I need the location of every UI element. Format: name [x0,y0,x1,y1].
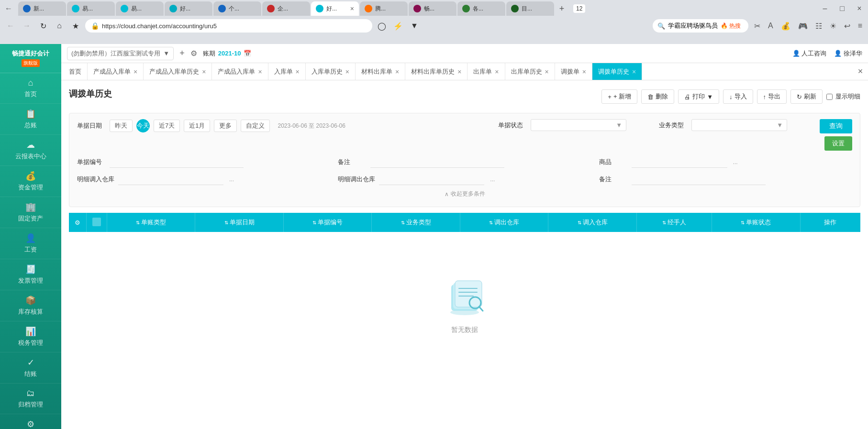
warehouse-in-input[interactable] [118,174,223,185]
address-input[interactable]: 🔒 https://cloud.chanjet.com/accounting/u… [85,19,372,33]
close-panel-btn[interactable]: × [853,64,868,79]
sidebar-item-funds[interactable]: 💰 资金管理 [0,166,61,197]
display-toggle[interactable]: 显示明细 [826,92,860,101]
back-btn[interactable]: ← [4,19,17,33]
tab-t3[interactable]: 易... [116,1,164,16]
warehouse-out-input[interactable] [379,174,484,185]
col-type[interactable]: ⇅ 单账类型 [107,213,195,232]
date-yesterday-btn[interactable]: 昨天 [110,120,133,132]
table-checkbox-header[interactable] [87,213,107,232]
app-tab-out-order-close[interactable]: × [495,68,499,76]
app-tab-product-in-hist-close[interactable]: × [202,68,206,76]
app-tab-product-in2[interactable]: 产成品入库单 × [212,63,268,80]
home-btn[interactable]: ⌂ [53,19,66,33]
app-tab-out-hist-close[interactable]: × [545,68,549,76]
grid-icon[interactable]: ☷ [813,20,824,33]
header-checkbox[interactable] [92,218,101,226]
sidebar-item-reports[interactable]: ☁ 云报表中心 [0,135,61,166]
app-tab-product-in2-close[interactable]: × [258,68,262,76]
game-icon[interactable]: 🎮 [796,20,810,33]
col-handler[interactable]: ⇅ 经手人 [636,213,712,232]
reload-btn[interactable]: ↻ [36,19,50,33]
tab-t9[interactable]: 畅... [409,1,456,16]
settings-company-btn[interactable]: ⚙ [190,49,197,58]
warehouse-out-more-btn[interactable]: ... [490,176,495,183]
user-service-btn[interactable]: 👤 人工咨询 [792,49,827,58]
add-company-btn[interactable]: + [179,48,185,58]
import-btn[interactable]: ↓ 导入 [723,89,753,104]
tab-t10[interactable]: 各... [457,1,505,16]
minimize-btn[interactable]: – [818,2,832,15]
date-today-btn[interactable]: 今天 [136,119,150,132]
close-browser-btn[interactable]: × [853,2,866,15]
col-biztype[interactable]: ⇅ 业务类型 [372,213,460,232]
bookmark-btn[interactable]: ★ [69,19,82,33]
app-tab-stock-in[interactable]: 入库单 × [268,63,306,80]
refresh-btn[interactable]: ↻ 刷新 [790,89,823,104]
lightning-icon[interactable]: ⚡ [391,19,405,33]
app-tab-material-out[interactable]: 材料出库单 × [356,63,405,80]
app-tab-out-order[interactable]: 出库单 × [467,63,505,80]
delete-btn[interactable]: 🗑 删除 [641,89,674,104]
translate-icon[interactable]: A [766,20,775,32]
forward-btn[interactable]: → [20,19,33,33]
app-tab-stock-in-close[interactable]: × [296,68,300,76]
wallet-icon[interactable]: 💰 [779,20,792,33]
tab-t2[interactable]: 易... [67,1,115,16]
tab-t11[interactable]: 目... [506,1,554,16]
app-tab-home[interactable]: 首页 [63,63,88,80]
tab-t6[interactable]: 企... [262,1,310,16]
settings-icon[interactable]: ◯ [375,19,389,33]
tab-t7[interactable]: 好... × [311,1,359,16]
goods-input[interactable] [632,156,727,168]
new-btn[interactable]: + + 新增 [601,89,637,104]
date-more-btn[interactable]: 更多 [214,120,237,132]
sidebar-item-inventory[interactable]: 📦 库存核算 [0,290,61,321]
app-tab-product-in[interactable]: 产成品入库单 × [88,63,144,80]
date-7days-btn[interactable]: 近7天 [154,120,180,132]
sidebar-item-home[interactable]: ⌂ 首页 [0,73,61,104]
date-1month-btn[interactable]: 近1月 [184,120,210,132]
sidebar-item-ledger[interactable]: 📋 总账 [0,104,61,135]
app-tab-material-out-hist[interactable]: 材料出库单历史 × [405,63,467,80]
remark-input[interactable] [370,156,504,168]
undo-icon[interactable]: ↩ [842,20,852,33]
docno-input[interactable] [110,156,244,168]
sidebar-item-tax[interactable]: 📊 税务管理 [0,321,61,352]
biztype-select[interactable]: ▼ [691,119,787,131]
filter-settings-btn[interactable]: 设置 [824,136,852,151]
app-tab-material-out-hist-close[interactable]: × [457,68,461,76]
col-out-warehouse[interactable]: ⇅ 调出仓库 [460,213,548,232]
status-select[interactable]: ▼ [531,119,626,131]
app-tab-transfer-hist-close[interactable]: × [632,68,636,76]
calendar-icon[interactable]: 📅 [244,50,251,57]
maximize-btn[interactable]: □ [835,2,849,15]
search-box[interactable]: 🔍 学霸应聘场驱鸟员 🔥 热搜 [653,19,748,33]
tab-t1[interactable]: 新... [18,1,66,16]
sidebar-item-assets[interactable]: 🏢 固定资产 [0,197,61,228]
dropdown-btn[interactable]: ▼ [408,19,421,33]
col-status[interactable]: ⇅ 单账状态 [712,213,800,232]
sidebar-item-settle[interactable]: ✓ 结账 [0,352,61,384]
app-tab-product-in-hist[interactable]: 产成品入库单历史 × [144,63,212,80]
menu-icon[interactable]: ≡ [856,20,864,32]
sidebar-item-invoice[interactable]: 🧾 发票管理 [0,259,61,290]
col-in-warehouse[interactable]: ⇅ 调入仓库 [548,213,636,232]
new-tab-btn[interactable]: + [555,2,568,15]
sun-icon[interactable]: ☀ [828,20,838,33]
display-checkbox[interactable] [826,94,833,100]
company-selector[interactable]: (勿删勿禁用）江西服宝测试专用 ▼ [67,47,174,60]
sidebar-item-settings[interactable]: ⚙ 基础设置 [0,414,61,429]
print-btn[interactable]: 🖨 打印 ▼ [678,89,719,104]
app-tab-transfer-hist[interactable]: 调拨单历史 × [592,63,642,80]
sidebar-item-salary[interactable]: 👤 工资 [0,228,61,259]
user-avatar[interactable]: 👤 徐泽华 [834,49,862,58]
goods-more-btn[interactable]: ... [733,159,738,165]
app-tab-out-hist[interactable]: 出库单历史 × [505,63,555,80]
app-tab-stock-in-hist[interactable]: 入库单历史 × [306,63,356,80]
app-tab-transfer[interactable]: 调拨单 × [555,63,592,80]
tab-close-btn[interactable]: × [350,5,354,12]
tab-t5[interactable]: 个... [213,1,261,16]
scissors-icon[interactable]: ✂ [752,20,762,33]
app-tab-material-out-close[interactable]: × [395,68,399,76]
